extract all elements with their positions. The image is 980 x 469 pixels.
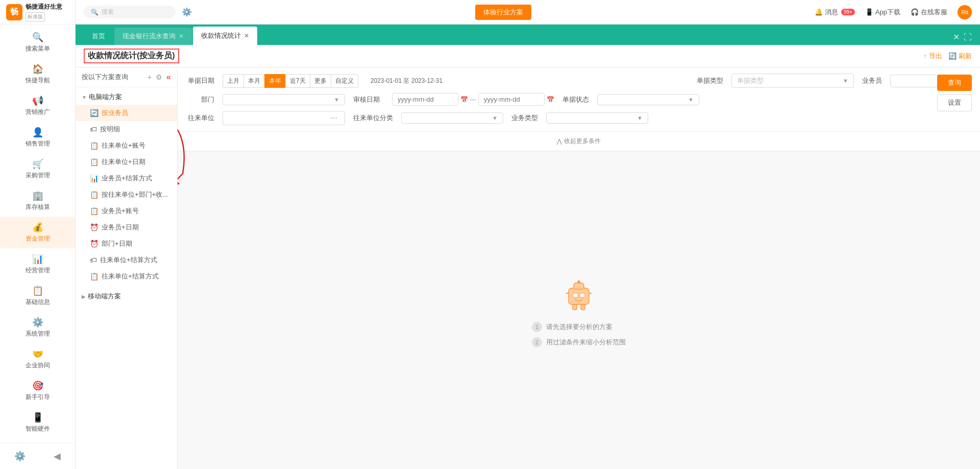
date-btn-this-month[interactable]: 本月 — [243, 74, 264, 88]
sidebar-item-guide[interactable]: 🎯新手引导 — [0, 375, 75, 407]
notification-area[interactable]: 🔔 消息 99+ — [815, 8, 855, 17]
query-btn[interactable]: 查询 — [937, 75, 972, 91]
sidebar-item-wechat[interactable]: 💬企业微信 — [0, 438, 75, 443]
tree-group-title-mobile[interactable]: ▶移动端方案 — [76, 289, 177, 304]
sidebar-item-system[interactable]: ⚙️系统管理 — [0, 312, 75, 343]
system-label: 系统管理 — [26, 330, 50, 338]
hint-text-2: 用过滤条件来缩小分析范围 — [546, 338, 626, 347]
operation-icon: 📊 — [32, 253, 43, 265]
svg-rect-3 — [574, 283, 584, 289]
tree-group-desktop: ▼电脑端方案🔄按业务员🏷按明细📋往来单位+账号📋往来单位+日期📊业务员+结算方式… — [76, 87, 177, 287]
filter-area: 单据日期 上月 本月 本年 近7天 更多 自定义 2023-01-01 至 20… — [178, 67, 980, 132]
date-btn-group: 上月 本月 本年 近7天 更多 自定义 — [223, 74, 358, 88]
date-btn-custom[interactable]: 自定义 — [331, 74, 358, 88]
sidebar-item-marketing[interactable]: 📢营销推广 — [0, 90, 75, 122]
review-date-end-calendar[interactable]: 📅 — [547, 96, 554, 103]
tree-item-dept-date[interactable]: ⏰部门+日期 — [76, 236, 177, 252]
doc-type-select[interactable]: 单据类型 ▼ — [731, 74, 854, 88]
tree-item-salesperson-account[interactable]: 📋业务员+账号 — [76, 203, 177, 219]
sidebar-item-sales[interactable]: 👤销售管理 — [0, 122, 75, 153]
date-btn-this-year[interactable]: 本年 — [264, 74, 285, 88]
mobile-arrow: ▶ — [82, 294, 86, 299]
salesperson-label: 业务员 — [862, 76, 882, 85]
maximize-window-icon[interactable]: ⛶ — [964, 33, 972, 42]
doc-type-value: 单据类型 — [737, 76, 764, 85]
quick-nav-icon: 🏠 — [32, 63, 43, 75]
topbar-search[interactable]: 🔍 搜索 — [84, 6, 176, 18]
dept-select[interactable]: ▼ — [223, 94, 345, 105]
tree-item-partner-account[interactable]: 📋往来单位+账号 — [76, 137, 177, 154]
date-btn-last7[interactable]: 近7天 — [285, 74, 310, 88]
user-avatar[interactable]: Rit — [958, 5, 972, 19]
review-date-start[interactable] — [392, 93, 458, 106]
date-btn-last-month[interactable]: 上月 — [223, 74, 243, 88]
tab-bank-flow[interactable]: 现金银行流水查询 ✕ — [114, 28, 192, 45]
sidebar-item-inventory[interactable]: 🏢库存核算 — [0, 185, 75, 217]
tree-item-partner-settlement1[interactable]: 🏷往来单位+结算方式 — [76, 252, 177, 268]
review-date-start-calendar[interactable]: 📅 — [460, 96, 468, 103]
inventory-label: 库存核算 — [26, 203, 50, 212]
notification-label: 消息 — [825, 8, 838, 17]
doc-type-label: 单据类型 — [697, 76, 723, 85]
hint-box: 1 请先选择要分析的方案 2 用过滤条件来缩小分析范围 — [532, 322, 626, 347]
tree-item-salesperson-date[interactable]: ⏰业务员+日期 — [76, 219, 177, 236]
svg-rect-7 — [573, 304, 577, 310]
tree-item-by-salesperson[interactable]: 🔄按业务员 — [76, 105, 177, 121]
sidebar-item-purchase[interactable]: 🛒采购管理 — [0, 153, 75, 185]
sidebar-item-quick-nav[interactable]: 🏠快捷导航 — [0, 58, 75, 90]
tab-collection-stat-close[interactable]: ✕ — [244, 32, 249, 39]
svg-rect-1 — [573, 293, 578, 297]
salesperson-date-label: 业务员+日期 — [102, 223, 139, 232]
app-download-label: App下载 — [875, 8, 900, 17]
filter-settings-btn[interactable]: 设置 — [937, 94, 972, 111]
partner-class-select[interactable]: ▼ — [401, 112, 503, 124]
guide-label: 新手引导 — [26, 393, 50, 402]
scheme-settings-icon[interactable]: ⚙ — [156, 73, 162, 81]
tree-item-salesperson-settlement[interactable]: 📊业务员+结算方式 — [76, 170, 177, 186]
tree-item-partner-date[interactable]: 📋往来单位+日期 — [76, 154, 177, 170]
sidebar-item-finance[interactable]: 💰资金管理 — [0, 217, 75, 248]
app-logo: 畅 畅捷通好生意 标准版 — [0, 0, 75, 25]
tab-collection-stat[interactable]: 收款情况统计 ✕ — [193, 27, 257, 45]
headset-icon: 🎧 — [911, 8, 919, 16]
tree-group-title-desktop[interactable]: ▼电脑端方案 — [76, 89, 177, 105]
filter-row-2: 部门 ▼ 审核日期 📅 — 📅 单据状态 — [186, 93, 972, 106]
add-scheme-icon[interactable]: + — [148, 73, 152, 81]
review-date-end[interactable] — [478, 93, 545, 106]
app-download[interactable]: 📱 App下载 — [865, 8, 900, 17]
tree-item-partner-dept-collection[interactable]: 📋按往来单位+部门+收... — [76, 186, 177, 203]
biz-type-select[interactable]: ▼ — [546, 112, 648, 124]
collapse-btn[interactable]: ⋀ 收起更多条件 — [557, 137, 601, 146]
date-btn-more[interactable]: 更多 — [310, 74, 331, 88]
refresh-btn[interactable]: 🔄 刷新 — [948, 52, 972, 61]
sidebar-item-enterprise[interactable]: 🤝企业协同 — [0, 343, 75, 375]
partner-date-icon: 📋 — [90, 158, 99, 166]
doc-status-label: 单据状态 — [562, 95, 589, 104]
doc-status-arrow: ▼ — [688, 97, 694, 103]
partner-select[interactable]: ··· — [223, 111, 345, 125]
online-service[interactable]: 🎧 在线客服 — [911, 8, 947, 17]
tab-bank-flow-close[interactable]: ✕ — [179, 33, 184, 40]
doc-status-select[interactable]: ▼ — [597, 94, 699, 105]
tab-home[interactable]: 首页 — [84, 28, 113, 45]
action-btn-group: 查询 设置 — [937, 75, 972, 111]
topbar-center: 体验行业方案 — [475, 5, 531, 20]
collapse-panel-icon[interactable]: « — [166, 73, 171, 82]
dept-date-icon: ⏰ — [90, 240, 99, 248]
sidebar-item-operation[interactable]: 📊经营管理 — [0, 248, 75, 280]
partner-dots[interactable]: ··· — [331, 113, 337, 123]
sidebar-item-hardware[interactable]: 📱智能硬件 — [0, 407, 75, 438]
close-window-icon[interactable]: ✕ — [953, 32, 960, 42]
settings-icon[interactable]: ⚙️ — [182, 7, 192, 17]
settings-bottom-icon[interactable]: ⚙️ — [12, 449, 28, 464]
review-date-dash: — — [470, 96, 476, 103]
sidebar-item-search[interactable]: 🔍搜索菜单 — [0, 27, 75, 58]
svg-rect-8 — [581, 304, 585, 310]
trial-btn[interactable]: 体验行业方案 — [475, 5, 531, 20]
export-btn[interactable]: ↑ 导出 — [924, 52, 943, 61]
tab-home-label: 首页 — [92, 32, 105, 41]
collapse-sidebar-icon[interactable]: ◀ — [52, 449, 63, 464]
sidebar-item-basic[interactable]: 📋基础信息 — [0, 280, 75, 312]
tree-item-by-detail[interactable]: 🏷按明细 — [76, 121, 177, 137]
tree-item-partner-settlement2[interactable]: 📋往来单位+结算方式 — [76, 268, 177, 285]
